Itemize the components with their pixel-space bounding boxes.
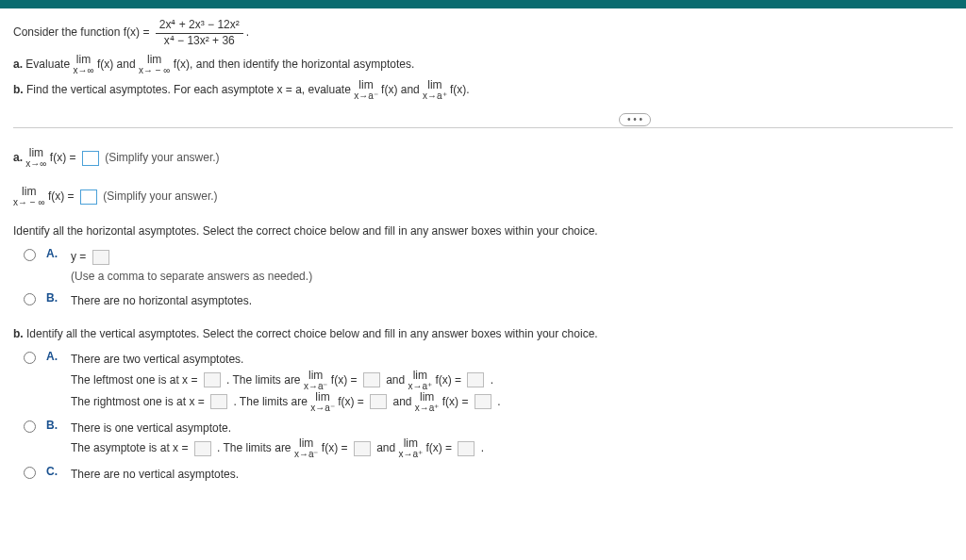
lim-ap-3: lim x→a⁺ xyxy=(399,437,424,459)
simplify-hint-2: (Simplify your answer.) xyxy=(103,189,217,203)
fx-end: f(x). xyxy=(450,83,470,96)
problem-statement: Consider the function f(x) = 2x⁴ + 2x³ −… xyxy=(13,18,953,48)
answer-area: a. lim x→∞ f(x) = (Simplify your answer.… xyxy=(13,147,953,484)
vert-a-l1: There are two vertical asymptotes. xyxy=(71,353,243,366)
vert-end-1: . xyxy=(491,372,493,386)
limit-a-minus: lim x→a⁻ xyxy=(354,79,378,101)
horiz-intro: Identify all the horizontal asymptotes. … xyxy=(13,224,953,238)
vert-choice-b: B. There is one vertical asymptote. The … xyxy=(19,419,953,459)
fraction-numerator: 2x⁴ + 2x³ − 12x² xyxy=(156,18,243,34)
lim-sub: x→a⁺ xyxy=(423,91,447,101)
simplify-hint-1: (Simplify your answer.) xyxy=(105,151,219,164)
radio-vert-c[interactable] xyxy=(24,467,36,479)
vert-b-l2c: f(x) = xyxy=(322,441,351,454)
radio-horiz-a[interactable] xyxy=(24,249,36,261)
vert-b-l2b: . The limits are xyxy=(217,441,294,454)
horiz-b-label: B. xyxy=(46,291,63,305)
input-limit-neginf[interactable] xyxy=(80,189,97,205)
part-b-instr: Find the vertical asymptotes. For each a… xyxy=(26,83,354,96)
lim-word: lim xyxy=(139,54,171,65)
vert-intro-pre: b. xyxy=(13,327,24,340)
radio-vert-b[interactable] xyxy=(24,420,36,433)
input-vert-right-lim1[interactable] xyxy=(370,394,387,409)
vert-a-l2c2: f(x) = xyxy=(435,372,464,386)
vert-a-l2b: . The limits are xyxy=(226,372,304,386)
lim-word: lim xyxy=(354,79,378,91)
input-vert-right-x[interactable] xyxy=(210,394,227,409)
radio-vert-a[interactable] xyxy=(24,352,36,364)
vert-b-l2c2: f(x) = xyxy=(425,441,455,454)
lim-am-2: lim x→a⁻ xyxy=(310,391,335,413)
top-bar xyxy=(0,0,966,8)
fx-eq: f(x) = xyxy=(48,189,77,203)
horiz-choice-b: B. There are no horizontal asymptotes. xyxy=(19,291,953,310)
vert-a-l2c: f(x) = xyxy=(331,372,360,386)
vert-c-label: C. xyxy=(46,465,63,478)
horiz-b-text: There are no horizontal asymptotes. xyxy=(71,294,252,307)
input-horiz-y[interactable] xyxy=(92,250,109,265)
vert-a-l2a: The leftmost one is at x = xyxy=(71,372,201,386)
vert-intro-txt: Identify all the vertical asymptotes. Se… xyxy=(24,327,598,340)
answer-a2: lim x→ − ∞ f(x) = (Simplify your answer.… xyxy=(13,186,953,207)
lim-sub: x→∞ xyxy=(73,66,93,75)
input-vert-left-x[interactable] xyxy=(204,372,221,387)
lim-word: lim xyxy=(408,370,433,381)
lim-sub: x→a⁺ xyxy=(415,404,440,413)
input-vert-left-lim2[interactable] xyxy=(467,372,484,387)
vert-a-l3c: f(x) = xyxy=(338,394,367,407)
lim-sub: x→a⁻ xyxy=(294,450,319,459)
part-a-evaluate: Evaluate xyxy=(25,58,73,71)
input-vert-one-lim1[interactable] xyxy=(354,441,371,456)
lim-sub: x→ − ∞ xyxy=(13,198,45,207)
part-a-label: a. xyxy=(13,58,23,71)
lim-sub: x→∞ xyxy=(25,159,46,169)
answer-a1: a. lim x→∞ f(x) = (Simplify your answer.… xyxy=(13,147,953,169)
period: . xyxy=(246,25,249,39)
vert-a-l3b: . The limits are xyxy=(233,394,310,407)
content-area: Consider the function f(x) = 2x⁴ + 2x³ −… xyxy=(0,8,966,500)
part-b-text: b. Find the vertical asymptotes. For eac… xyxy=(13,79,953,101)
part-a-text: a. Evaluate lim x→∞ f(x) and lim x→ − ∞ … xyxy=(13,54,953,75)
fx-and-2: f(x) and xyxy=(381,83,423,96)
limit-pos-inf-ans: lim x→∞ xyxy=(25,147,46,169)
horiz-a-text: y = xyxy=(71,250,90,263)
horiz-a-label: A. xyxy=(46,247,63,260)
lim-sub: x→a⁺ xyxy=(399,450,424,459)
horiz-a-hint: (Use a comma to separate answers as need… xyxy=(71,270,312,283)
lim-word: lim xyxy=(310,391,335,403)
vert-a-l3c2: f(x) = xyxy=(442,394,472,407)
more-options-button[interactable]: • • • xyxy=(619,113,651,126)
input-limit-posinf[interactable] xyxy=(82,151,99,166)
fraction-denominator: x⁴ − 13x² + 36 xyxy=(156,34,243,49)
input-vert-one-x[interactable] xyxy=(194,441,211,456)
vert-end-3: . xyxy=(481,441,484,454)
lim-word: lim xyxy=(415,391,440,403)
vert-choice-c: C. There are no vertical asymptotes. xyxy=(19,465,953,484)
input-vert-one-lim2[interactable] xyxy=(458,441,475,456)
input-vert-left-lim1[interactable] xyxy=(363,372,380,387)
lim-word: lim xyxy=(399,437,424,449)
vert-c-text: There are no vertical asymptotes. xyxy=(71,468,239,481)
limit-a-plus: lim x→a⁺ xyxy=(423,79,447,101)
function-fraction: 2x⁴ + 2x³ − 12x² x⁴ − 13x² + 36 xyxy=(156,18,243,48)
vert-a-label: A. xyxy=(46,350,63,363)
lim-am-3: lim x→a⁻ xyxy=(294,437,319,459)
input-vert-right-lim2[interactable] xyxy=(475,394,491,409)
lim-word: lim xyxy=(294,437,319,449)
limit-pos-inf: lim x→∞ xyxy=(73,54,93,75)
lim-word: lim xyxy=(73,54,93,65)
lim-sub: x→a⁻ xyxy=(354,91,378,101)
fx-eq: f(x) = xyxy=(50,151,79,164)
lim-word: lim xyxy=(304,370,328,381)
separator xyxy=(13,127,953,128)
lim-word: lim xyxy=(13,186,45,197)
lim-sub: x→a⁻ xyxy=(310,404,335,413)
radio-horiz-b[interactable] xyxy=(24,293,36,305)
lim-ap-2: lim x→a⁺ xyxy=(415,391,440,413)
vert-choice-a: A. There are two vertical asymptotes. Th… xyxy=(19,350,953,412)
fx-and-1: f(x) and xyxy=(97,58,139,71)
lim-word: lim xyxy=(423,79,447,91)
limit-neg-inf: lim x→ − ∞ xyxy=(139,54,171,75)
vert-and: and xyxy=(386,372,408,386)
lim-am-1: lim x→a⁻ xyxy=(304,370,328,391)
